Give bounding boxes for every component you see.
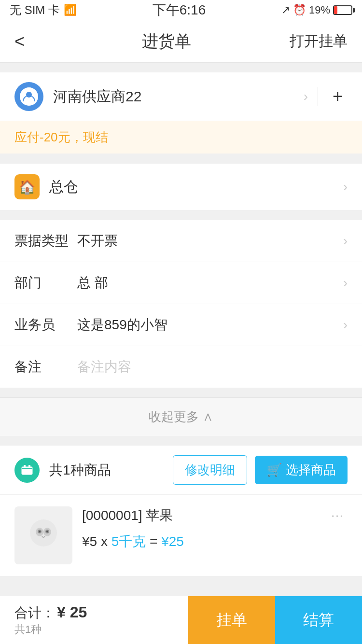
status-time: 下午6:16	[153, 1, 206, 19]
add-supplier-button[interactable]: +	[328, 86, 348, 107]
gap-1	[0, 63, 362, 72]
svg-rect-2	[24, 465, 26, 468]
product-header: 共1种商品 修改明细 🛒 选择商品	[0, 446, 362, 495]
select-product-button[interactable]: 🛒 选择商品	[255, 456, 348, 484]
page-title: 进货单	[142, 30, 191, 53]
gap-2	[0, 210, 362, 220]
carrier-label: 无 SIM 卡	[10, 2, 60, 18]
product-icon	[14, 458, 40, 483]
warehouse-icon: 🏠	[14, 174, 40, 199]
product-total: ¥25	[161, 534, 184, 549]
open-hang-order-button[interactable]: 打开挂单	[290, 31, 348, 51]
bottom-bar: 合计： ¥ 25 共1种 挂单 结算	[0, 596, 362, 644]
hang-order-button[interactable]: 挂单	[188, 596, 275, 644]
battery-percent: 19%	[309, 4, 330, 16]
warehouse-name: 总仓	[49, 177, 343, 197]
total-section: 合计： ¥ 25 共1种	[0, 596, 188, 644]
select-product-label: 选择商品	[286, 462, 336, 478]
avatar-inner	[20, 87, 38, 106]
checkout-label: 结算	[303, 610, 334, 631]
svg-point-9	[39, 531, 41, 532]
checkout-button[interactable]: 结算	[275, 596, 362, 644]
salesman-label: 业务员	[14, 316, 77, 334]
department-value: 总 部	[77, 274, 343, 292]
battery-icon	[333, 5, 352, 15]
product-title: 苹果	[146, 508, 173, 523]
status-bar: 无 SIM 卡 📶 下午6:16 ↗ ⏰ 19%	[0, 0, 362, 20]
salesman-value: 这是859的小智	[77, 316, 343, 334]
location-icon: ↗	[281, 4, 290, 16]
supplier-section: 河南供应商22 › + 应付-20元，现结	[0, 72, 362, 154]
salesman-chevron-icon: ›	[343, 317, 348, 333]
remark-row[interactable]: 备注 备注内容	[0, 346, 362, 388]
svg-point-10	[46, 531, 48, 532]
total-count: 共1种	[14, 622, 174, 637]
invoice-label: 票据类型	[14, 232, 77, 250]
warehouse-section: 🏠 总仓 ›	[0, 163, 362, 210]
status-right: ↗ ⏰ 19%	[281, 4, 352, 16]
product-name: [0000001] 苹果	[82, 506, 317, 525]
price-unit: ¥5	[82, 534, 97, 549]
svg-point-0	[26, 92, 32, 98]
invoice-value: 不开票	[77, 232, 343, 250]
invoice-row[interactable]: 票据类型 不开票 ›	[0, 220, 362, 262]
total-label: 合计：	[14, 604, 55, 622]
product-menu-button[interactable]: ···	[327, 506, 348, 524]
edit-detail-button[interactable]: 修改明细	[173, 455, 247, 485]
hang-order-label: 挂单	[216, 610, 247, 631]
collapse-label: 收起更多 ∧	[149, 409, 213, 424]
product-price: ¥5 x 5千克 = ¥25	[82, 532, 317, 551]
wifi-icon: 📶	[64, 4, 77, 16]
product-thumbnail	[14, 506, 72, 564]
product-section: 共1种商品 修改明细 🛒 选择商品	[0, 446, 362, 576]
product-code: [0000001]	[82, 508, 142, 523]
total-amount: ¥ 25	[57, 603, 87, 621]
svg-rect-1	[22, 467, 32, 475]
product-info: [0000001] 苹果 ¥5 x 5千克 = ¥25	[82, 506, 317, 551]
equals-sign: =	[150, 534, 161, 549]
svg-rect-3	[28, 465, 30, 468]
supplier-name: 河南供应商22	[53, 87, 304, 107]
supplier-row[interactable]: 河南供应商22 › +	[0, 72, 362, 121]
alarm-icon: ⏰	[293, 4, 306, 16]
total-row: 合计： ¥ 25	[14, 603, 174, 622]
department-chevron-icon: ›	[343, 275, 348, 291]
warehouse-chevron-icon: ›	[343, 179, 348, 195]
product-qty: 5千克	[111, 534, 146, 549]
back-button[interactable]: <	[14, 31, 43, 52]
product-item: [0000001] 苹果 ¥5 x 5千克 = ¥25 ···	[0, 495, 362, 576]
product-thumb-owl-icon	[27, 516, 60, 555]
supplier-avatar	[14, 82, 43, 111]
invoice-chevron-icon: ›	[343, 233, 348, 249]
product-count: 共1种商品	[49, 461, 173, 479]
remark-label: 备注	[14, 358, 77, 376]
salesman-row[interactable]: 业务员 这是859的小智 ›	[0, 304, 362, 346]
collapse-bar[interactable]: 收起更多 ∧	[0, 397, 362, 436]
svg-point-4	[30, 519, 57, 546]
select-product-icon: 🛒	[266, 462, 282, 477]
warehouse-row[interactable]: 🏠 总仓 ›	[0, 163, 362, 210]
department-row[interactable]: 部门 总 部 ›	[0, 262, 362, 304]
nav-bar: < 进货单 打开挂单	[0, 20, 362, 63]
payment-hint: 应付-20元，现结	[0, 121, 362, 154]
supplier-divider	[318, 87, 318, 106]
supplier-chevron-icon: ›	[304, 89, 308, 104]
status-left: 无 SIM 卡 📶	[10, 2, 77, 18]
multiply-sign: x	[101, 534, 111, 549]
department-label: 部门	[14, 274, 77, 292]
form-section: 票据类型 不开票 › 部门 总 部 › 业务员 这是859的小智 › 备注 备注…	[0, 220, 362, 388]
remark-input[interactable]: 备注内容	[77, 358, 348, 376]
